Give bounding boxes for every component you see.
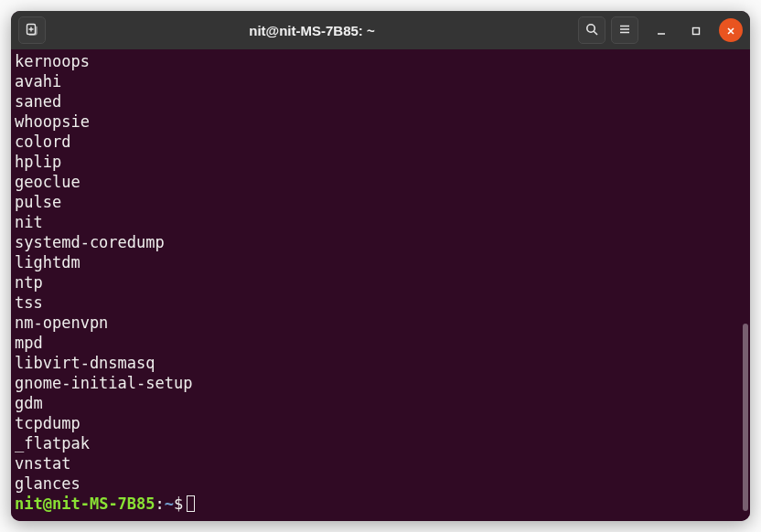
titlebar: nit@nit-MS-7B85: ~ xyxy=(11,11,750,49)
close-button[interactable] xyxy=(719,18,743,42)
prompt-colon: : xyxy=(155,494,165,514)
output-line: saned xyxy=(15,91,746,112)
output-line: mpd xyxy=(15,333,746,353)
maximize-button[interactable] xyxy=(684,18,708,42)
output-line: tcpdump xyxy=(15,413,746,433)
search-icon xyxy=(584,22,599,39)
output-line: kernoops xyxy=(15,51,746,71)
minimize-button[interactable] xyxy=(649,18,673,42)
window-title: nit@nit-MS-7B85: ~ xyxy=(51,23,573,38)
terminal-viewport[interactable]: kernoopsavahisanedwhoopsiecolordhplipgeo… xyxy=(11,49,750,521)
output-line: vnstat xyxy=(15,453,746,473)
output-line: libvirt-dnsmasq xyxy=(15,353,746,373)
output-line: lightdm xyxy=(15,252,746,272)
terminal-output: kernoopsavahisanedwhoopsiecolordhplipgeo… xyxy=(15,51,746,494)
svg-rect-2 xyxy=(693,27,700,34)
text-cursor xyxy=(187,495,195,512)
output-line: ntp xyxy=(15,272,746,293)
output-line: whoopsie xyxy=(15,112,746,132)
output-line: glances xyxy=(15,473,746,494)
prompt-line: nit@nit-MS-7B85:~$ xyxy=(15,494,746,514)
output-line: nit xyxy=(15,212,746,232)
close-icon xyxy=(726,23,735,38)
output-line: nm-openvpn xyxy=(15,313,746,333)
new-tab-icon xyxy=(25,22,39,39)
new-tab-button[interactable] xyxy=(18,16,46,44)
search-button[interactable] xyxy=(578,16,606,44)
output-line: hplip xyxy=(15,152,746,172)
output-line: colord xyxy=(15,132,746,152)
minimize-icon xyxy=(657,23,666,38)
maximize-icon xyxy=(691,23,701,38)
prompt-host: nit-MS-7B85 xyxy=(52,494,155,514)
prompt-at: @ xyxy=(43,494,52,514)
terminal-window: nit@nit-MS-7B85: ~ xyxy=(11,11,750,521)
output-line: systemd-coredump xyxy=(15,232,746,252)
prompt-path: ~ xyxy=(165,494,174,514)
menu-button[interactable] xyxy=(611,16,638,44)
output-line: tss xyxy=(15,293,746,313)
output-line: gnome-initial-setup xyxy=(15,373,746,393)
output-line: geoclue xyxy=(15,172,746,192)
svg-point-1 xyxy=(587,24,595,31)
output-line: pulse xyxy=(15,192,746,212)
prompt-user: nit xyxy=(15,494,43,514)
scrollbar-thumb[interactable] xyxy=(743,324,748,511)
output-line: avahi xyxy=(15,71,746,91)
prompt-symbol: $ xyxy=(174,494,183,514)
output-line: _flatpak xyxy=(15,433,746,453)
hamburger-menu-icon xyxy=(617,22,632,39)
output-line: gdm xyxy=(15,393,746,413)
